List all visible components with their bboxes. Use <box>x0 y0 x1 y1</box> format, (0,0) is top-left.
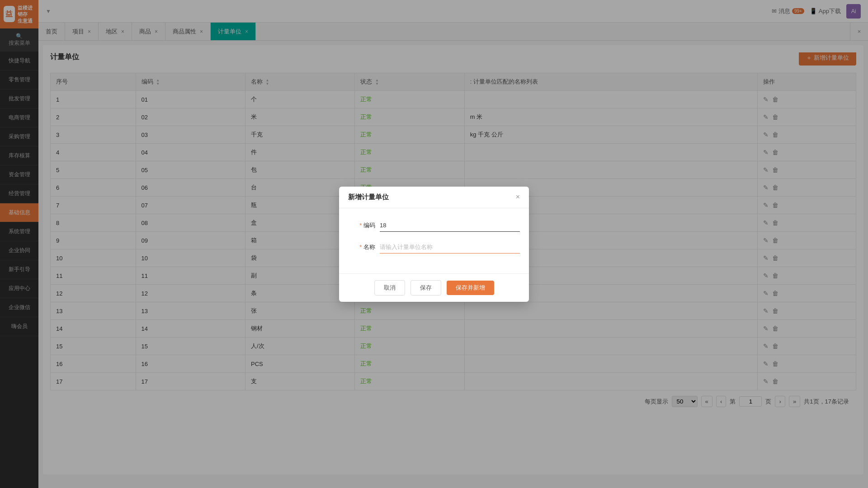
code-label: * 编码 <box>348 221 375 230</box>
form-row-code: * 编码 <box>348 219 520 232</box>
form-row-name: * 名称 <box>348 241 520 253</box>
modal-title: 新增计量单位 <box>348 193 389 202</box>
name-input[interactable] <box>380 241 520 253</box>
name-required: * <box>359 244 362 250</box>
code-required: * <box>359 222 362 229</box>
code-label-text: 编码 <box>363 222 375 229</box>
add-unit-modal: 新增计量单位 × * 编码 * 名称 取消 保存 保存并新增 <box>339 187 529 302</box>
name-label-text: 名称 <box>363 244 375 250</box>
save-button[interactable]: 保存 <box>410 280 441 296</box>
cancel-button[interactable]: 取消 <box>374 280 405 296</box>
modal-body: * 编码 * 名称 <box>339 208 529 273</box>
save-and-new-button[interactable]: 保存并新增 <box>447 281 494 295</box>
name-label: * 名称 <box>348 243 375 251</box>
modal-header: 新增计量单位 × <box>339 187 529 208</box>
modal-overlay: 新增计量单位 × * 编码 * 名称 取消 保存 保存并新增 <box>0 0 868 488</box>
code-input[interactable] <box>380 219 520 232</box>
modal-footer: 取消 保存 保存并新增 <box>339 273 529 302</box>
modal-close-button[interactable]: × <box>516 193 520 201</box>
